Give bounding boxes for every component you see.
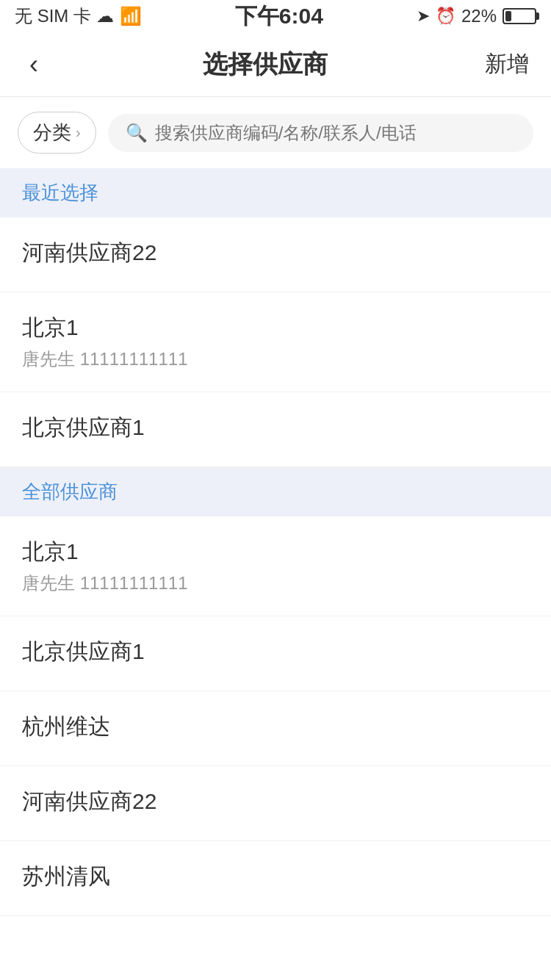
recent-section-header: 最近选择 bbox=[0, 168, 551, 217]
all-section-label: 全部供应商 bbox=[22, 480, 118, 502]
item-sub: 唐先生 11111111111 bbox=[22, 572, 529, 595]
search-input[interactable] bbox=[155, 123, 516, 143]
category-filter[interactable]: 分类 › bbox=[18, 112, 96, 154]
item-name: 北京供应商1 bbox=[22, 637, 529, 667]
wifi-icon: 📶 bbox=[120, 6, 142, 26]
item-name: 北京1 bbox=[22, 537, 529, 567]
recent-items-list: 河南供应商22北京1唐先生 11111111111北京供应商1 bbox=[0, 217, 551, 467]
item-name: 北京供应商1 bbox=[22, 413, 529, 443]
category-label: 分类 bbox=[33, 120, 71, 145]
item-name: 杭州维达 bbox=[22, 712, 529, 742]
alarm-icon: ⏰ bbox=[436, 7, 455, 26]
item-name: 苏州清风 bbox=[22, 862, 529, 892]
search-bar: 🔍 bbox=[108, 114, 533, 152]
status-time: 下午6:04 bbox=[235, 1, 323, 32]
list-item[interactable]: 河南供应商22 bbox=[0, 217, 551, 292]
page-title: 选择供应商 bbox=[203, 48, 328, 82]
list-item[interactable]: 北京供应商1 bbox=[0, 616, 551, 691]
status-left: 无 SIM 卡 ☁ 📶 bbox=[15, 4, 142, 28]
list-item[interactable]: 北京1唐先生 11111111111 bbox=[0, 292, 551, 392]
battery-percent: 22% bbox=[461, 6, 497, 26]
sim-status: 无 SIM 卡 ☁ bbox=[15, 4, 114, 28]
list-item[interactable]: 河南供应商22 bbox=[0, 766, 551, 841]
back-button[interactable]: ‹ bbox=[22, 42, 46, 87]
status-right: ➤ ⏰ 22% bbox=[417, 6, 536, 26]
battery-icon bbox=[503, 8, 536, 24]
filter-bar: 分类 › 🔍 bbox=[0, 97, 551, 168]
item-name: 河南供应商22 bbox=[22, 238, 529, 268]
all-section-header: 全部供应商 bbox=[0, 467, 551, 516]
list-item[interactable]: 杭州维达 bbox=[0, 691, 551, 766]
list-item[interactable]: 北京1唐先生 11111111111 bbox=[0, 516, 551, 616]
list-item[interactable]: 苏州清风 bbox=[0, 841, 551, 916]
nav-bar: ‹ 选择供应商 新增 bbox=[0, 32, 551, 97]
chevron-right-icon: › bbox=[76, 124, 81, 141]
list-item[interactable]: 北京供应商1 bbox=[0, 392, 551, 467]
all-items-list: 北京1唐先生 11111111111北京供应商1杭州维达河南供应商22苏州清风 bbox=[0, 516, 551, 916]
recent-section-label: 最近选择 bbox=[22, 181, 98, 203]
search-icon: 🔍 bbox=[126, 123, 148, 143]
location-icon: ➤ bbox=[417, 7, 430, 26]
item-name: 北京1 bbox=[22, 313, 529, 343]
item-sub: 唐先生 11111111111 bbox=[22, 347, 529, 371]
add-button[interactable]: 新增 bbox=[485, 49, 529, 79]
status-bar: 无 SIM 卡 ☁ 📶 下午6:04 ➤ ⏰ 22% bbox=[0, 0, 551, 32]
item-name: 河南供应商22 bbox=[22, 787, 529, 817]
